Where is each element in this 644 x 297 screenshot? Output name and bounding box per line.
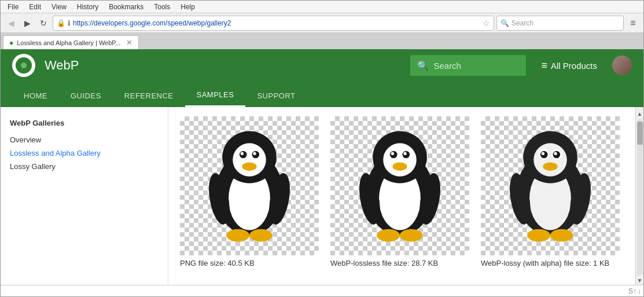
back-button[interactable]: ◀: [4, 16, 18, 30]
star-icon[interactable]: ☆: [483, 19, 490, 28]
url-text: https://developers.google.com/speed/webp…: [73, 19, 480, 27]
browser-window: File Edit View History Bookmarks Tools H…: [0, 0, 644, 297]
image-caption-png: PNG file size: 40.5 KB: [180, 259, 319, 267]
menu-history[interactable]: History: [72, 2, 103, 12]
svg-point-25: [392, 163, 407, 171]
image-container-webp-lossless: [330, 116, 469, 255]
site-search-icon: 🔍: [417, 60, 429, 71]
svg-point-10: [242, 163, 256, 171]
logo-dot: [21, 63, 27, 68]
svg-point-6: [241, 152, 244, 155]
svg-point-21: [391, 152, 394, 155]
page-content: WebP 🔍 Search ≡ All Products HOME GUIDES…: [1, 49, 643, 296]
image-container-webp-lossy: [481, 116, 620, 255]
menu-edit[interactable]: Edit: [24, 2, 46, 12]
browser-search-placeholder: Search: [511, 19, 620, 27]
svg-point-40: [543, 163, 557, 171]
tab-guides[interactable]: GUIDES: [59, 84, 113, 107]
all-products-label: All Products: [551, 61, 597, 71]
tab-label: Lossless and Alpha Gallery | WebP...: [17, 39, 120, 46]
sidebar-section-title: WebP Galleries: [10, 119, 159, 127]
forward-button[interactable]: ▶: [20, 16, 34, 30]
svg-point-29: [400, 229, 423, 242]
svg-point-44: [550, 229, 573, 242]
svg-point-3: [233, 143, 266, 177]
menu-bookmarks[interactable]: Bookmarks: [104, 2, 148, 12]
svg-point-28: [377, 229, 400, 242]
all-products-icon: ≡: [541, 60, 547, 72]
status-icon-2: ↓: [638, 287, 641, 295]
avatar-image: [612, 56, 632, 75]
menu-tools[interactable]: Tools: [149, 2, 175, 12]
image-grid: PNG file size: 40.5 KB: [180, 116, 624, 267]
scroll-down-arrow[interactable]: ▼: [636, 276, 643, 285]
user-avatar[interactable]: [612, 56, 632, 75]
active-tab[interactable]: ● Lossless and Alpha Gallery | WebP... ✕: [3, 35, 139, 49]
address-bar[interactable]: 🔒 ℹ https://developers.google.com/speed/…: [53, 16, 494, 31]
svg-point-24: [403, 152, 406, 155]
tab-reference[interactable]: REFERENCE: [113, 84, 185, 107]
sidebar-item-lossless[interactable]: Lossless and Alpha Gallery: [10, 146, 159, 160]
content-area: PNG file size: 40.5 KB: [168, 107, 635, 285]
site-search-bar[interactable]: 🔍 Search: [410, 55, 526, 76]
menu-view[interactable]: View: [47, 2, 71, 12]
svg-point-14: [249, 229, 273, 242]
logo-circle: [12, 54, 35, 77]
info-icon: ℹ: [68, 19, 71, 27]
svg-point-36: [542, 152, 544, 155]
tab-close-button[interactable]: ✕: [126, 38, 133, 47]
browser-menu-button[interactable]: ≡: [626, 16, 640, 30]
scroll-track[interactable]: [637, 119, 643, 275]
tab-home[interactable]: HOME: [12, 84, 59, 107]
logo-inner: [16, 57, 32, 74]
menu-help[interactable]: Help: [176, 2, 200, 12]
status-icon-1: S↑: [628, 287, 636, 295]
svg-point-9: [253, 152, 256, 155]
tab-favicon: ●: [9, 39, 13, 47]
scroll-up-arrow[interactable]: ▲: [636, 109, 643, 118]
nav-bar: ◀ ▶ ↻ 🔒 ℹ https://developers.google.com/…: [1, 13, 643, 33]
scroll-thumb[interactable]: [637, 122, 643, 145]
penguin-image-webp-lossy: [498, 125, 602, 247]
svg-point-43: [527, 229, 550, 242]
image-card-webp-lossy: WebP-lossy (with alpha) file size: 1 KB: [481, 116, 620, 267]
menu-bar: File Edit View History Bookmarks Tools H…: [1, 1, 643, 13]
penguin-image-png: [197, 125, 301, 247]
image-card-webp-lossless: WebP-lossless file size: 28.7 KB: [330, 116, 469, 267]
sidebar: WebP Galleries Overview Lossless and Alp…: [1, 107, 168, 285]
svg-point-39: [554, 152, 557, 155]
image-caption-webp-lossless: WebP-lossless file size: 28.7 KB: [330, 259, 469, 267]
image-container-png: [180, 116, 319, 255]
menu-file[interactable]: File: [3, 2, 23, 12]
image-caption-webp-lossy: WebP-lossy (with alpha) file size: 1 KB: [481, 259, 620, 267]
browser-search-bar[interactable]: 🔍 Search: [496, 16, 624, 31]
site-search-placeholder: Search: [433, 61, 461, 71]
penguin-image-webp-lossless: [348, 125, 452, 247]
all-products-button[interactable]: ≡ All Products: [535, 60, 603, 72]
svg-point-13: [226, 229, 249, 242]
tab-samples[interactable]: SAMPLES: [185, 84, 246, 107]
browser-search-icon: 🔍: [501, 19, 509, 27]
lock-icon: 🔒: [57, 19, 65, 27]
status-bar: S↑ ↓: [1, 285, 643, 296]
sidebar-item-lossy[interactable]: Lossy Gallery: [10, 160, 159, 173]
tab-support[interactable]: SUPPORT: [245, 84, 307, 107]
site-header: WebP 🔍 Search ≡ All Products: [1, 49, 643, 82]
tab-bar: ● Lossless and Alpha Gallery | WebP... ✕: [1, 33, 643, 49]
sidebar-item-overview[interactable]: Overview: [10, 133, 159, 146]
svg-point-18: [383, 143, 417, 177]
vertical-scrollbar[interactable]: ▲ ▼: [635, 107, 643, 285]
site-title: WebP: [45, 58, 79, 73]
refresh-button[interactable]: ↻: [36, 16, 50, 30]
image-card-png: PNG file size: 40.5 KB: [180, 116, 319, 267]
nav-tabs: HOME GUIDES REFERENCE SAMPLES SUPPORT: [1, 82, 643, 107]
main-layout: WebP Galleries Overview Lossless and Alp…: [1, 107, 643, 285]
svg-point-33: [533, 143, 567, 177]
